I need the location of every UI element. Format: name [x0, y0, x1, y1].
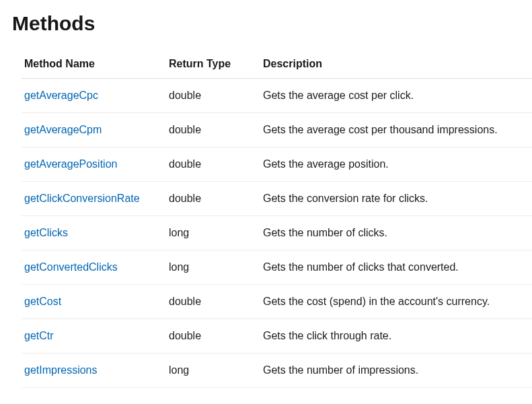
description-cell: Gets the conversion rate for clicks. — [260, 182, 532, 216]
return-type-cell: double — [166, 147, 260, 182]
table-row: getImpressionslongGets the number of imp… — [22, 354, 532, 388]
method-link[interactable]: getImpressions — [24, 364, 98, 376]
table-row: getAveragePositiondoubleGets the average… — [22, 147, 532, 182]
method-link[interactable]: getAverageCpm — [24, 124, 102, 135]
table-row: getCostdoubleGets the cost (spend) in th… — [22, 285, 532, 319]
description-cell: Gets the number of clicks that converted… — [260, 250, 532, 285]
method-name-cell: getImpressions — [22, 354, 166, 388]
table-row: getConvertedClickslongGets the number of… — [22, 250, 532, 285]
method-name-cell: getCtr — [22, 319, 166, 354]
method-link[interactable]: getClicks — [24, 227, 68, 238]
method-name-cell: getClickConversionRate — [22, 182, 166, 216]
method-name-cell: getAverageCpc — [22, 79, 166, 113]
method-link[interactable]: getCtr — [24, 330, 54, 341]
header-return-type: Return Type — [166, 50, 260, 79]
description-cell: Gets the cost (spend) in the account's c… — [260, 285, 532, 319]
return-type-cell: long — [166, 250, 260, 285]
section-heading: Methods — [12, 12, 524, 35]
return-type-cell: double — [166, 113, 260, 147]
method-name-cell: getAverageCpm — [22, 113, 166, 147]
description-cell: Gets the number of clicks. — [260, 216, 532, 250]
table-row: getClickConversionRatedoubleGets the con… — [22, 182, 532, 216]
return-type-cell: double — [166, 79, 260, 113]
method-name-cell: getAveragePosition — [22, 147, 166, 182]
return-type-cell: long — [166, 216, 260, 250]
description-cell: Gets the average position. — [260, 147, 532, 182]
table-header-row: Method Name Return Type Description — [22, 50, 532, 79]
return-type-cell: double — [166, 285, 260, 319]
method-link[interactable]: getConvertedClicks — [24, 261, 118, 273]
method-name-cell: getClicks — [22, 216, 166, 250]
table-row: getCtrdoubleGets the click through rate. — [22, 319, 532, 354]
method-name-cell: getCost — [22, 285, 166, 319]
table-row: getClickslongGets the number of clicks. — [22, 216, 532, 250]
header-description: Description — [260, 50, 532, 79]
methods-table: Method Name Return Type Description getA… — [22, 50, 532, 388]
method-name-cell: getConvertedClicks — [22, 250, 166, 285]
table-row: getAverageCpcdoubleGets the average cost… — [22, 79, 532, 113]
description-cell: Gets the average cost per click. — [260, 79, 532, 113]
header-method-name: Method Name — [22, 50, 166, 79]
description-cell: Gets the average cost per thousand impre… — [260, 113, 532, 147]
table-row: getAverageCpmdoubleGets the average cost… — [22, 113, 532, 147]
method-link[interactable]: getCost — [24, 296, 61, 307]
method-link[interactable]: getAverageCpc — [24, 90, 98, 101]
description-cell: Gets the number of impressions. — [260, 354, 532, 388]
return-type-cell: long — [166, 354, 260, 388]
method-link[interactable]: getClickConversionRate — [24, 193, 140, 204]
method-link[interactable]: getAveragePosition — [24, 158, 117, 170]
return-type-cell: double — [166, 319, 260, 354]
return-type-cell: double — [166, 182, 260, 216]
description-cell: Gets the click through rate. — [260, 319, 532, 354]
